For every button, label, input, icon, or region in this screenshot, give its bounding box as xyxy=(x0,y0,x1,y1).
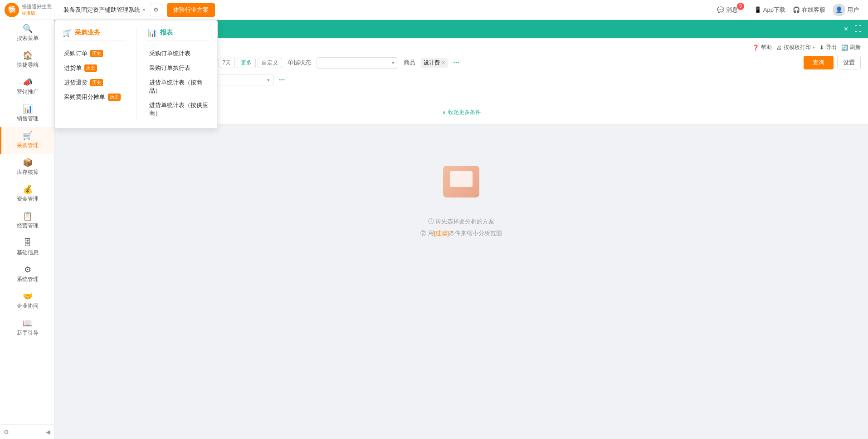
dropdown-item-purchase-expense[interactable]: 采购费用分摊单 历史 xyxy=(62,90,125,104)
message-button[interactable]: 💬 消息 9 xyxy=(717,6,747,14)
system-title: 装备及固定资产辅助管理系统 ▾ xyxy=(63,6,145,14)
dropdown-item-purchase-order[interactable]: 采购订单 历史 xyxy=(62,46,125,61)
goods-tag: 设计费 × xyxy=(421,58,448,68)
message-icon: 💬 xyxy=(717,6,724,13)
purchase-receipt-history-tag: 历史 xyxy=(84,64,97,72)
empty-icon-screen xyxy=(450,171,473,187)
print-button[interactable]: 🖨 按模板打印 ▾ xyxy=(776,44,815,51)
sidebar-item-system[interactable]: ⚙ 系统管理 xyxy=(0,261,54,288)
doc-status-select[interactable] xyxy=(317,57,398,69)
sidebar-item-label-basic: 基础信息 xyxy=(17,249,39,256)
print-arrow: ▾ xyxy=(813,45,815,50)
purchase-dropdown: 🛒 采购业务 采购订单 历史 进货单 历史 进货退货 历史 采购费用分摊单 历史 xyxy=(54,20,218,128)
sidebar-item-purchase[interactable]: 🛒 采购管理 xyxy=(0,127,54,154)
dropdown-item-purchase-receipt[interactable]: 进货单 历史 xyxy=(62,61,125,75)
refresh-label: 刷新 xyxy=(850,44,861,51)
sidebar-item-label-guide: 新手引导 xyxy=(17,329,39,337)
settings-button[interactable]: ⚙ xyxy=(150,4,162,16)
report-col-header: 📊 报表 xyxy=(147,28,210,41)
sidebar-item-operations[interactable]: 📋 经营管理 xyxy=(0,207,54,234)
logo-icon: 畅 xyxy=(5,3,19,17)
report-receipt-goods-label: 进货单统计表（按商品） xyxy=(149,79,209,95)
filter-setting-button[interactable]: 设置 xyxy=(837,56,861,69)
date-7days-button[interactable]: 7天 xyxy=(219,58,235,68)
purchase-receipt-label: 进货单 xyxy=(64,64,82,72)
sidebar-item-label-collab: 企业协同 xyxy=(17,302,39,310)
tab-bar-actions: × ⛶ xyxy=(842,23,868,35)
sidebar-item-collab[interactable]: 🤝 企业协同 xyxy=(0,288,54,315)
message-badge: 9 xyxy=(737,3,744,10)
guide-icon: 📖 xyxy=(23,319,33,327)
system-title-text: 装备及固定资产辅助管理系统 xyxy=(63,6,140,14)
sidebar-item-label-marketing: 营销推广 xyxy=(17,88,39,96)
goods-tag-text: 设计费 xyxy=(424,59,440,67)
sidebar-item-inventory[interactable]: 📦 库存核算 xyxy=(0,154,54,181)
sidebar-item-label-home: 快捷导航 xyxy=(17,61,39,69)
sidebar-item-label-inventory: 库存核算 xyxy=(17,168,39,176)
date-quick-buttons: 7天 更多 自定义 xyxy=(219,58,283,68)
purchase-col-icon: 🛒 xyxy=(62,28,72,38)
dropdown-item-report-receipt-supplier[interactable]: 进货单统计表（按供应商） xyxy=(147,98,210,121)
sidebar-bottom: ⚙ ◀ xyxy=(0,424,54,439)
user-button[interactable]: 👤 用户 xyxy=(833,4,859,16)
purchase-col-header: 🛒 采购业务 xyxy=(62,28,125,41)
dropdown-item-report-order-exec[interactable]: 采购订单执行表 xyxy=(147,61,210,75)
finance-icon: 💰 xyxy=(23,185,33,193)
sidebar-item-sales[interactable]: 📊 销售管理 xyxy=(0,100,54,127)
empty-state: ① 请先选择要分析的方案 ② 用[过滤]条件来缩小分析范围 xyxy=(54,125,868,276)
collapse-label: 收起更多条件 xyxy=(448,109,481,116)
system-icon: ⚙ xyxy=(24,266,31,274)
sidebar-item-guide[interactable]: 📖 新手引导 xyxy=(0,315,54,341)
operations-icon: 📋 xyxy=(23,212,33,220)
sidebar-settings-icon[interactable]: ⚙ xyxy=(4,429,9,435)
empty-tip2: ② 用[过滤]条件来缩小分析范围 xyxy=(420,227,502,239)
goods-picker-button[interactable]: ··· xyxy=(453,59,459,67)
sidebar-item-basic[interactable]: 🗄 基础信息 xyxy=(0,234,54,261)
sidebar-item-label-operations: 经营管理 xyxy=(17,222,39,230)
sidebar-item-label-search: 搜索菜单 xyxy=(17,35,39,42)
sidebar-item-search[interactable]: 🔍 搜索菜单 xyxy=(0,20,54,47)
sidebar-item-marketing[interactable]: 📣 营销推广 xyxy=(0,74,54,100)
query-button[interactable]: 查询 xyxy=(804,56,834,69)
refresh-icon: 🔄 xyxy=(841,44,848,51)
goods-tag-close[interactable]: × xyxy=(442,59,445,66)
dropdown-item-purchase-return[interactable]: 进货退货 历史 xyxy=(62,75,125,90)
date-more-button[interactable]: 更多 xyxy=(237,58,256,68)
purchase-expense-label: 采购费用分摊单 xyxy=(64,93,105,101)
message-label: 消息 xyxy=(726,6,738,14)
tab-close-button[interactable]: × xyxy=(842,23,850,35)
refresh-button[interactable]: 🔄 刷新 xyxy=(841,44,861,51)
sidebar-item-finance[interactable]: 💰 资金管理 xyxy=(0,181,54,207)
toolbar-actions: ❓ 帮助 🖨 按模板打印 ▾ ⬇ 导出 🔄 xyxy=(752,44,861,51)
sidebar-item-home[interactable]: 🏠 快捷导航 xyxy=(0,47,54,74)
print-label: 按模板打印 xyxy=(784,44,811,51)
sidebar-collapse-icon[interactable]: ◀ xyxy=(46,429,50,435)
search-icon: 🔍 xyxy=(23,25,33,33)
dropdown-columns: 🛒 采购业务 采购订单 历史 进货单 历史 进货退货 历史 采购费用分摊单 历史 xyxy=(62,28,210,121)
export-button[interactable]: ⬇ 导出 xyxy=(819,44,837,51)
sidebar: 🔍 搜索菜单 🏠 快捷导航 📣 营销推广 📊 销售管理 🛒 采购管理 📦 库存核… xyxy=(0,20,54,439)
home-icon: 🏠 xyxy=(23,51,33,59)
help-icon: ❓ xyxy=(752,44,759,51)
dropdown-item-report-order-stat[interactable]: 采购订单统计表 xyxy=(147,46,210,61)
date-custom-button[interactable]: 自定义 xyxy=(258,58,282,68)
export-label: 导出 xyxy=(826,44,837,51)
sidebar-item-label-purchase: 采购管理 xyxy=(17,142,39,149)
online-service-button[interactable]: 🎧 在线客服 xyxy=(793,6,825,14)
help-button[interactable]: ❓ 帮助 xyxy=(752,44,772,51)
system-title-arrow[interactable]: ▾ xyxy=(143,7,145,12)
header-center: 装备及固定资产辅助管理系统 ▾ ⚙ 体验行业方案 xyxy=(59,3,717,17)
query-actions: 查询 设置 xyxy=(804,56,861,69)
tab-maximize-button[interactable]: ⛶ xyxy=(853,23,863,35)
salesperson-picker-button[interactable]: ··· xyxy=(279,76,285,84)
marketing-icon: 📣 xyxy=(23,78,33,86)
industry-button[interactable]: 体验行业方案 xyxy=(167,3,215,17)
purchase-business-column: 🛒 采购业务 采购订单 历史 进货单 历史 进货退货 历史 采购费用分摊单 历史 xyxy=(62,28,125,121)
sales-icon: 📊 xyxy=(23,105,33,113)
purchase-order-history-tag: 历史 xyxy=(90,50,103,57)
report-receipt-supplier-label: 进货单统计表（按供应商） xyxy=(149,101,209,118)
sidebar-item-label-finance: 资金管理 xyxy=(17,195,39,203)
collapse-arrow-icon: ∧ xyxy=(442,109,446,116)
dropdown-item-report-receipt-goods[interactable]: 进货单统计表（按商品） xyxy=(147,75,210,98)
app-download-button[interactable]: 📱 App下载 xyxy=(754,6,785,14)
